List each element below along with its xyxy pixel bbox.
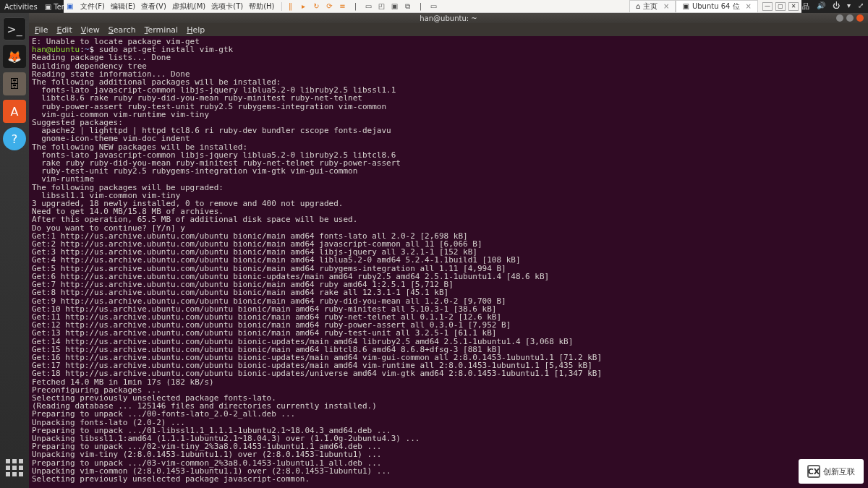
ubuntu-launcher: >_ 🦊 🗄 A ? — [0, 13, 29, 488]
stop-icon[interactable]: ↻ — [311, 2, 321, 11]
vm-menu-item[interactable]: 帮助(H) — [249, 1, 274, 12]
watermark-logo-icon: CX — [807, 465, 820, 478]
dropdown-icon[interactable]: ▾ — [847, 1, 851, 12]
fullscreen-icon[interactable]: ⤢ — [858, 1, 864, 12]
terminal-menu-item[interactable]: Help — [187, 25, 205, 35]
play-icon[interactable]: ▸ — [298, 2, 308, 11]
files-launcher-icon[interactable]: 🗄 — [3, 72, 26, 95]
reset-icon[interactable]: ⟳ — [324, 2, 334, 11]
vm-menu-item[interactable]: 编辑(E) — [111, 1, 135, 12]
divider: | — [415, 2, 425, 11]
minimize-icon[interactable]: — — [762, 2, 773, 11]
close-icon[interactable]: ✕ — [788, 2, 799, 11]
window-close-icon[interactable] — [856, 14, 864, 22]
terminal-launcher-icon[interactable]: >_ — [3, 17, 26, 40]
terminal-menu-bar: FileEditViewSearchTerminalHelp — [29, 23, 868, 36]
terminal-menu-item[interactable]: File — [35, 25, 48, 35]
vm-tab[interactable]: ⌂主页× — [629, 0, 676, 13]
tab-close-icon[interactable]: × — [663, 2, 669, 10]
vm-toolbar: ‖ ▸ ↻ ⟳ ≡ | ▭ ◰ ▣ ⧉ | ▭ — [281, 2, 441, 11]
vm-logo-icon: ▣ — [64, 2, 76, 10]
tab-icon: ▣ — [682, 2, 689, 10]
help-launcher-icon[interactable]: ? — [3, 127, 26, 150]
tool-icon[interactable]: ▭ — [428, 2, 438, 11]
tab-label: Ubuntu 64 位 — [692, 1, 740, 12]
divider: | — [350, 2, 360, 11]
vm-menu-item[interactable]: 查看(V) — [141, 1, 166, 12]
network-icon[interactable]: 品 — [802, 1, 809, 12]
window-minimize-icon[interactable] — [836, 14, 843, 22]
vm-tab[interactable]: ▣Ubuntu 64 位× — [676, 0, 758, 13]
terminal-menu-item[interactable]: Edit — [56, 25, 72, 35]
terminal-output[interactable]: E: Unable to locate package vim-get han@… — [29, 36, 868, 488]
firefox-launcher-icon[interactable]: 🦊 — [3, 45, 26, 68]
terminal-titlebar: han@ubuntu: ~ — [29, 13, 868, 23]
tab-label: 主页 — [643, 1, 658, 12]
window-title: han@ubuntu: ~ — [420, 14, 477, 22]
tool-icon[interactable]: ⧉ — [402, 2, 412, 11]
watermark: CX 创新互联 — [799, 459, 864, 484]
terminal-menu-item[interactable]: Search — [109, 25, 136, 35]
pause-icon[interactable]: ‖ — [285, 2, 295, 11]
tool-icon[interactable]: ▣ — [389, 2, 399, 11]
window-maximize-icon[interactable] — [846, 14, 854, 22]
watermark-label: 创新互联 — [823, 466, 855, 477]
vm-menu-item[interactable]: 选项卡(T) — [211, 1, 243, 12]
tab-close-icon[interactable]: × — [746, 2, 752, 10]
show-apps-icon[interactable] — [3, 456, 26, 479]
vmware-menu-bar: ▣ 文件(F)编辑(E)查看(V)虚拟机(M)选项卡(T)帮助(H) ‖ ▸ ↻… — [64, 0, 801, 13]
power-icon[interactable]: ⏻ — [833, 1, 840, 12]
vm-menu-item[interactable]: 虚拟机(M) — [172, 1, 205, 12]
activities-button[interactable]: Activities — [4, 3, 38, 11]
tool-icon[interactable]: ◰ — [376, 2, 386, 11]
terminal-menu-item[interactable]: Terminal — [145, 25, 179, 35]
vm-menu-item[interactable]: 文件(F) — [80, 1, 105, 12]
snapshot-icon[interactable]: ≡ — [337, 2, 347, 11]
tab-icon: ⌂ — [636, 2, 640, 10]
software-launcher-icon[interactable]: A — [3, 100, 26, 123]
tool-icon[interactable]: ▭ — [363, 2, 373, 11]
terminal-menu-item[interactable]: View — [81, 25, 100, 35]
maximize-icon[interactable]: ▢ — [775, 2, 786, 11]
sound-icon[interactable]: 🔊 — [817, 1, 825, 12]
